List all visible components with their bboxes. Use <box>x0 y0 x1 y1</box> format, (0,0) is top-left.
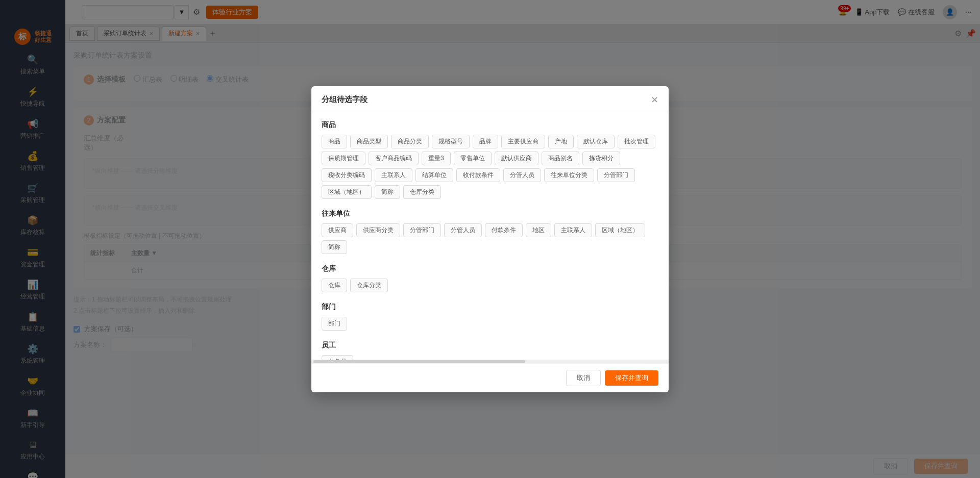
horizontal-scrollbar[interactable] <box>311 360 669 361</box>
section-title-employee: 员工 <box>322 341 658 350</box>
tag-分管人员[interactable]: 分管人员 <box>444 223 482 237</box>
tag-商品分类[interactable]: 商品分类 <box>391 135 429 148</box>
tag-重量3[interactable]: 重量3 <box>422 152 451 165</box>
section-title-partner: 往来单位 <box>322 209 658 218</box>
h-scroll-thumb <box>313 360 525 361</box>
tag-地区[interactable]: 地区 <box>526 223 551 237</box>
tag-产地[interactable]: 产地 <box>548 135 574 148</box>
tag-零售单位[interactable]: 零售单位 <box>454 152 492 165</box>
tag-拣货积分[interactable]: 拣货积分 <box>582 152 620 165</box>
tag-供应商[interactable]: 供应商 <box>322 223 353 237</box>
tag-仓库分类[interactable]: 仓库分类 <box>350 279 388 292</box>
dialog-close-button[interactable]: ✕ <box>651 94 658 106</box>
tags-grid-partner: 供应商供应商分类分管部门分管人员付款条件地区主联系人区域（地区）简称 <box>322 223 658 254</box>
dialog: 分组待选字段 ✕ 商品商品商品类型商品分类规格型号品牌主要供应商产地默认仓库批次… <box>311 86 669 361</box>
section-title-goods: 商品 <box>322 120 658 130</box>
section-employee: 员工业务员 <box>322 341 658 360</box>
tag-区域（地区）[interactable]: 区域（地区） <box>322 185 372 199</box>
overlay: 分组待选字段 ✕ 商品商品商品类型商品分类规格型号品牌主要供应商产地默认仓库批次… <box>0 0 980 360</box>
tag-税收分类编码[interactable]: 税收分类编码 <box>322 168 372 182</box>
tags-grid-goods: 商品商品类型商品分类规格型号品牌主要供应商产地默认仓库批次管理保质期管理客户商品… <box>322 135 658 199</box>
tag-商品别名[interactable]: 商品别名 <box>542 152 579 165</box>
section-warehouse: 仓库仓库仓库分类 <box>322 264 658 292</box>
tag-收付款条件[interactable]: 收付款条件 <box>456 168 500 182</box>
tag-往来单位分类[interactable]: 往来单位分类 <box>544 168 594 182</box>
tag-供应商分类[interactable]: 供应商分类 <box>356 223 400 237</box>
tag-客户商品编码[interactable]: 客户商品编码 <box>369 152 419 165</box>
tag-主要供应商[interactable]: 主要供应商 <box>501 135 545 148</box>
tags-grid-department: 部门 <box>322 317 658 331</box>
tag-付款条件[interactable]: 付款条件 <box>485 223 523 237</box>
section-title-department: 部门 <box>322 303 658 312</box>
tag-业务员[interactable]: 业务员 <box>322 355 353 360</box>
tags-grid-warehouse: 仓库仓库分类 <box>322 279 658 292</box>
tag-默认供应商[interactable]: 默认供应商 <box>495 152 538 165</box>
tag-分管部门[interactable]: 分管部门 <box>403 223 441 237</box>
tag-分管人员[interactable]: 分管人员 <box>503 168 541 182</box>
tag-结算单位[interactable]: 结算单位 <box>415 168 453 182</box>
tag-主联系人[interactable]: 主联系人 <box>554 223 592 237</box>
section-partner: 往来单位供应商供应商分类分管部门分管人员付款条件地区主联系人区域（地区）简称 <box>322 209 658 254</box>
section-title-warehouse: 仓库 <box>322 264 658 273</box>
tag-部门[interactable]: 部门 <box>322 317 347 331</box>
tag-仓库[interactable]: 仓库 <box>322 279 347 292</box>
dialog-header: 分组待选字段 ✕ <box>311 86 669 112</box>
tags-grid-employee: 业务员 <box>322 355 658 360</box>
section-department: 部门部门 <box>322 303 658 331</box>
tag-区域（地区）[interactable]: 区域（地区） <box>595 223 645 237</box>
tag-商品类型[interactable]: 商品类型 <box>350 135 388 148</box>
tag-仓库分类[interactable]: 仓库分类 <box>403 185 441 199</box>
tag-简称[interactable]: 简称 <box>375 185 400 199</box>
dialog-title: 分组待选字段 <box>322 95 368 105</box>
tag-批次管理[interactable]: 批次管理 <box>618 135 655 148</box>
section-goods: 商品商品商品类型商品分类规格型号品牌主要供应商产地默认仓库批次管理保质期管理客户… <box>322 120 658 199</box>
tag-主联系人[interactable]: 主联系人 <box>375 168 412 182</box>
tag-规格型号[interactable]: 规格型号 <box>432 135 470 148</box>
tag-商品[interactable]: 商品 <box>322 135 347 148</box>
tag-简称[interactable]: 简称 <box>322 240 347 254</box>
dialog-body: 商品商品商品类型商品分类规格型号品牌主要供应商产地默认仓库批次管理保质期管理客户… <box>311 112 669 360</box>
tag-保质期管理[interactable]: 保质期管理 <box>322 152 365 165</box>
tag-分管部门[interactable]: 分管部门 <box>597 168 635 182</box>
tag-品牌[interactable]: 品牌 <box>473 135 498 148</box>
tag-默认仓库[interactable]: 默认仓库 <box>577 135 615 148</box>
